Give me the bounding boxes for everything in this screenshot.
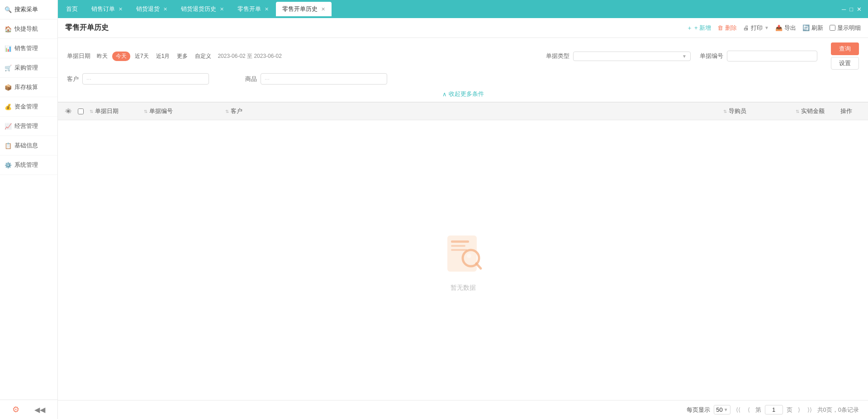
select-all-input[interactable] [78,108,84,114]
date-btn-1month[interactable]: 近1月 [153,52,173,61]
page-size-value: 50 [716,406,722,413]
page-number-input[interactable] [765,405,783,414]
th-number[interactable]: ⇅ 单据编号 [140,107,222,115]
tab-sales-order[interactable]: 销售订单 ✕ [85,2,129,16]
sidebar-search[interactable]: 🔍 搜索采单 [0,0,57,19]
sidebar-bottom: ⚙ ◀◀ [0,400,57,419]
tab-sales-return[interactable]: 销货退货 ✕ [130,2,174,16]
sidebar-nav-label: 资金管理 [14,103,38,111]
product-select[interactable]: ··· [261,73,387,85]
tab-label: 销货退货 [136,5,160,13]
close-button[interactable]: ✕ [857,6,862,13]
sidebar-nav-label: 库存核算 [14,83,38,91]
th-amount[interactable]: ⇅ 实销金额 [774,107,828,115]
tab-bar: 首页 销售订单 ✕ 销货退货 ✕ 销货退货历史 ✕ 零售开单 ✕ 零售开单历史 … [58,0,868,18]
chart-icon: 📊 [5,45,12,52]
customer-label: 客户 [67,75,79,83]
date-options-group: 昨天 今天 近7天 近1月 更多 自定义 [94,52,214,61]
add-button[interactable]: ＋ + 新增 [687,24,711,32]
toolbar-actions: ＋ + 新增 🗑 删除 🖨 打印 ▼ 📤 导出 🔄 刷新 [687,24,861,32]
first-page-button[interactable]: ⟨⟨ [734,405,742,414]
table-area: ⇅ 单据日期 ⇅ 单据编号 ⇅ 客户 ⇅ 导购员 ⇅ 实销金额 操作 [58,102,868,419]
refresh-button[interactable]: 🔄 刷新 [802,24,823,32]
collapse-up-icon: ∧ [442,91,447,98]
table-select-all-checkbox[interactable] [75,108,86,114]
doc-type-select[interactable]: ▼ [573,52,691,61]
date-btn-yesterday[interactable]: 昨天 [94,52,110,61]
tab-retail-open[interactable]: 零售开单 ✕ [231,2,275,16]
page-size-arrow: ▼ [724,407,728,412]
tab-home[interactable]: 首页 [60,0,84,18]
tab-close-icon[interactable]: ✕ [119,6,123,12]
show-detail-label: 显示明细 [837,24,861,32]
filter-row-2: 客户 ··· 商品 ··· [67,73,859,85]
sidebar-item-quick-nav[interactable]: 🏠 快捷导航 [0,19,57,39]
settings-button[interactable]: 设置 [831,57,859,70]
sort-icon: ⇅ [225,109,229,114]
sidebar-item-operations[interactable]: 📈 经营管理 [0,117,57,136]
tab-close-icon[interactable]: ✕ [265,6,269,12]
date-btn-more[interactable]: 更多 [174,52,190,61]
th-action: 操作 [828,107,864,115]
svg-rect-4 [451,249,467,251]
tab-close-icon[interactable]: ✕ [321,6,325,12]
collapse-sidebar-icon[interactable]: ◀◀ [34,405,45,414]
date-btn-7days[interactable]: 近7天 [132,52,152,61]
search-icon: 🔍 [5,6,12,13]
sidebar-item-base-info[interactable]: 📋 基础信息 [0,136,57,155]
th-guide[interactable]: ⇅ 导购员 [720,107,774,115]
export-icon: 📤 [775,24,783,31]
sidebar: 🔍 搜索采单 🏠 快捷导航 📊 销售管理 🛒 采购管理 📦 库存核算 💰 资金管… [0,0,58,419]
last-page-button[interactable]: ⟩⟩ [806,405,814,414]
sidebar-item-purchase-mgmt[interactable]: 🛒 采购管理 [0,58,57,78]
gear-icon: ⚙️ [5,162,12,169]
empty-text: 暂无数据 [451,284,476,292]
sidebar-item-inventory[interactable]: 📦 库存核算 [0,78,57,97]
money-icon: 💰 [5,104,12,110]
date-btn-custom[interactable]: 自定义 [192,52,214,61]
box-icon: 📦 [5,84,12,91]
svg-point-7 [467,254,471,258]
page-size-select[interactable]: 50 ▼ [714,405,730,414]
tab-label: 零售开单 [237,5,261,13]
tab-home-label: 首页 [66,5,78,13]
query-button[interactable]: 查询 [831,42,859,55]
sidebar-nav-label: 基础信息 [14,141,38,150]
total-records: 共0页，0条记录 [817,406,859,414]
svg-rect-2 [451,240,469,243]
svg-rect-3 [451,245,465,247]
tab-close-icon[interactable]: ✕ [163,6,167,12]
show-detail-checkbox[interactable] [830,25,835,31]
minimize-button[interactable]: ─ [842,6,846,13]
tab-retail-history[interactable]: 零售开单历史 ✕ [276,2,332,16]
filter-customer: 客户 ··· [67,73,209,85]
tab-sales-return-history[interactable]: 销货退货历史 ✕ [175,2,230,16]
tab-close-icon[interactable]: ✕ [220,6,224,12]
sidebar-item-sales-mgmt[interactable]: 📊 销售管理 [0,39,57,58]
pagination: 每页显示 50 ▼ ⟨⟨ ⟨ 第 页 ⟩ ⟩⟩ 共0页，0条记录 [58,400,868,419]
table-settings-icon[interactable] [62,108,75,115]
customer-select[interactable]: ··· [82,73,209,85]
table-header: ⇅ 单据日期 ⇅ 单据编号 ⇅ 客户 ⇅ 导购员 ⇅ 实销金额 操作 [58,102,868,120]
filter-date: 单据日期 昨天 今天 近7天 近1月 更多 自定义 2023-06-02 至 2… [67,52,282,61]
print-icon: 🖨 [743,24,749,31]
date-btn-today[interactable]: 今天 [112,52,130,61]
window-controls: ─ □ ✕ [837,6,866,13]
th-customer[interactable]: ⇅ 客户 [222,107,720,115]
sidebar-item-sys-mgmt[interactable]: ⚙️ 系统管理 [0,155,57,175]
maximize-button[interactable]: □ [849,6,853,13]
settings-bottom-icon[interactable]: ⚙ [12,405,19,414]
sidebar-nav-label: 销售管理 [14,44,38,52]
export-button[interactable]: 📤 导出 [775,24,796,32]
doc-number-input[interactable] [727,51,817,61]
prev-page-button[interactable]: ⟨ [746,405,752,414]
sidebar-item-finance[interactable]: 💰 资金管理 [0,97,57,117]
delete-button[interactable]: 🗑 删除 [717,24,737,32]
product-label: 商品 [245,75,257,83]
th-date[interactable]: ⇅ 单据日期 [86,107,140,115]
print-button[interactable]: 🖨 打印 ▼ [743,24,769,32]
collapse-filter-bar[interactable]: ∧ 收起更多条件 [67,88,859,99]
empty-state-illustration [438,229,488,278]
next-page-button[interactable]: ⟩ [796,405,802,414]
sidebar-nav-label: 快捷导航 [14,25,38,33]
